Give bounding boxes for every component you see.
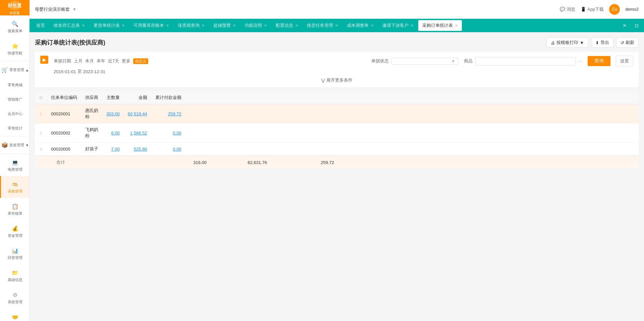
cart-icon: 🛒 — [1, 67, 8, 73]
row-amount-1[interactable]: 60,519.44 — [124, 104, 151, 123]
shopping-icon: 🛍 — [12, 181, 18, 188]
row-qty-2[interactable]: 6.00 — [102, 123, 124, 143]
tab-close-all-button[interactable]: ✕ — [620, 21, 629, 30]
tab-close-icon[interactable]: ✕ — [202, 23, 205, 28]
tab-close-icon[interactable]: ✕ — [82, 23, 85, 28]
sidebar-item-retail[interactable]: 🛒 零售管理 ▲ — [0, 61, 29, 77]
sidebar-logo: 好生意 标签版 — [0, 0, 30, 15]
sidebar-item-retail-stats[interactable]: 零售统计 — [0, 120, 29, 135]
row-paid-1[interactable]: 259.72 — [151, 104, 185, 123]
tab-close-icon[interactable]: ✕ — [233, 23, 236, 28]
sidebar-item-label: 会员中心 — [8, 111, 22, 116]
filter-date-item: 单据日期 上月 本月 本年 近7天 更多 自定义 — [54, 58, 148, 64]
sidebar-item-member[interactable]: 会员中心 — [0, 106, 29, 120]
tab-close-icon[interactable]: ✕ — [264, 23, 267, 28]
sidebar-item-purchase[interactable]: 🛍 采购管理 — [0, 176, 29, 198]
export-button[interactable]: ⬇ 导出 — [591, 38, 613, 48]
tab-close-icon[interactable]: ✕ — [295, 23, 298, 28]
tab-invite-downstream[interactable]: 邀请下游客户 ✕ — [378, 20, 418, 31]
filter-toggle-icon: ▶ — [43, 57, 46, 62]
sidebar-item-wholesale[interactable]: 📦 批发管理 ▼ — [0, 137, 29, 152]
row-supplier-3: 好孩子 — [81, 143, 102, 156]
tab-cost-adjust[interactable]: 成本调整单 ✕ — [343, 20, 378, 31]
user-avatar[interactable]: Ea — [609, 4, 620, 15]
sidebar-item-search[interactable]: 🔍 搜索英单 — [0, 15, 29, 38]
sidebar-item-shortcut[interactable]: ⭐ 快捷导航 — [0, 38, 29, 60]
sidebar-item-system[interactable]: ⚙ 系统管理 — [0, 286, 29, 309]
shortcut-more[interactable]: 更多 — [122, 58, 130, 64]
sidebar-item-finance[interactable]: 💰 资金管理 — [0, 220, 29, 242]
topbar: 母婴行业演示账套 ▼ 💬 消息 📱 App下载 Ea demo2 — [30, 0, 644, 19]
query-button[interactable]: 查询 — [588, 56, 610, 66]
row-qty-3[interactable]: 7.00 — [102, 143, 124, 156]
app-download-label: App下载 — [587, 6, 604, 12]
col-header-paid: 累计付款金额 — [151, 91, 185, 104]
computer-icon: 💻 — [12, 159, 18, 166]
sidebar-item-marketing[interactable]: 营销推广 — [0, 92, 29, 106]
sidebar-item-label: 资金管理 — [8, 233, 22, 238]
sidebar-item-inventory[interactable]: 📋 库存核算 — [0, 198, 29, 220]
tab-label: 收发存汇总表 — [54, 22, 80, 29]
filter-row: 单据日期 上月 本月 本年 近7天 更多 自定义 — [54, 56, 633, 66]
username-label: demo2 — [625, 7, 639, 12]
row-paid-2[interactable]: 0.00 — [151, 123, 185, 143]
sidebar-item-operations[interactable]: 📊 经营管理 — [0, 242, 29, 264]
message-button[interactable]: 💬 消息 — [560, 6, 575, 12]
status-filter-label: 单据状态 — [371, 58, 389, 64]
settings-button[interactable]: 设置 — [616, 56, 633, 66]
tab-close-icon[interactable]: ✕ — [122, 23, 125, 28]
money-icon: 💰 — [12, 225, 18, 232]
tab-close-icon[interactable]: ✕ — [335, 23, 338, 28]
shortcut-last-month[interactable]: 上月 — [74, 58, 83, 64]
tab-close-icon[interactable]: ✕ — [371, 23, 374, 28]
tab-expiry-query[interactable]: 保质期查询 ✕ — [174, 20, 209, 31]
col-header-extra — [185, 91, 639, 104]
filter-date-range-row: 2016-01-01 至 2023-12-31 — [54, 68, 633, 74]
shortcut-this-year[interactable]: 本年 — [97, 58, 105, 64]
row-paid-3[interactable]: 0.00 — [151, 143, 185, 156]
sidebar-item-label: 基础信息 — [8, 277, 22, 282]
footer-label: 合计 — [39, 159, 173, 165]
row-amount-2[interactable]: 1,586.52 — [124, 123, 151, 143]
tab-config-info[interactable]: 配置信息 ✕ — [272, 20, 302, 31]
row-qty-1[interactable]: 303.00 — [102, 104, 124, 123]
sidebar-item-basic-info[interactable]: 📁 基础信息 — [0, 264, 29, 286]
workspace-selector[interactable]: 母婴行业演示账套 ▼ — [35, 6, 560, 12]
date-from: 2016-01-01 — [54, 69, 76, 74]
shortcut-7days[interactable]: 近7天 — [108, 58, 119, 64]
tab-function-desc[interactable]: 功能说明 ✕ — [240, 20, 271, 31]
footer-paid: 259.72 — [287, 160, 334, 165]
tab-available-stock[interactable]: 可用量库存账本 ✕ — [129, 20, 173, 31]
filter-toggle-button[interactable]: ▶ — [40, 56, 48, 64]
tab-receive-summary[interactable]: 收发存汇总表 ✕ — [50, 20, 89, 31]
sidebar-item-enterprise[interactable]: 🤝 企业协同 — [0, 309, 29, 321]
tab-close-icon[interactable]: ✕ — [455, 23, 458, 28]
tab-purchase-stats[interactable]: 采购订单统计表 ✕ — [418, 20, 462, 31]
export-icon: ⬇ — [595, 40, 599, 45]
sidebar-item-ecommerce[interactable]: 💻 电商管理 — [0, 154, 29, 176]
refresh-button[interactable]: ↺ 刷新 — [616, 38, 639, 48]
app-download-button[interactable]: 📱 App下载 — [581, 6, 604, 12]
search-icon: 🔍 — [12, 21, 18, 27]
tab-close-icon[interactable]: ✕ — [411, 23, 414, 28]
shortcut-this-month[interactable]: 本月 — [85, 58, 94, 64]
goods-search-more[interactable]: ··· — [579, 59, 582, 64]
goods-search-input[interactable] — [475, 57, 576, 65]
tab-goods-stats[interactable]: 要货单统计表 ✕ — [90, 20, 129, 31]
date-range-display: 2016-01-01 至 2023-12-31 — [54, 68, 105, 74]
tab-overstock-warning[interactable]: 超储预警 ✕ — [209, 20, 240, 31]
tab-pick-task[interactable]: 拣货任务管理 ✕ — [303, 20, 342, 31]
print-label: 按模板打印 — [556, 40, 578, 46]
row-amount-3[interactable]: 525.80 — [124, 143, 151, 156]
sidebar-item-label: 零售商城 — [8, 83, 22, 88]
status-select[interactable]: ▼ — [391, 58, 459, 65]
tab-home[interactable]: 首页 — [32, 20, 49, 31]
tab-close-icon[interactable]: ✕ — [166, 23, 169, 28]
table-gear-header[interactable]: ⚙ — [35, 91, 47, 104]
table-row: 1 00020001 惠氏奶粉 303.00 60,519.44 259.72 — [35, 104, 639, 123]
expand-button[interactable]: ⋁ 展开更多条件 — [321, 77, 353, 83]
sidebar-section-retail: 🛒 零售管理 ▲ 零售商城 营销推广 会员中心 零售统计 — [0, 61, 29, 137]
tab-maximize-button[interactable]: ⊡ — [632, 21, 641, 30]
sidebar-item-retail-shop[interactable]: 零售商城 — [0, 77, 29, 92]
print-button[interactable]: 🖨 按模板打印 ▼ — [546, 38, 588, 48]
